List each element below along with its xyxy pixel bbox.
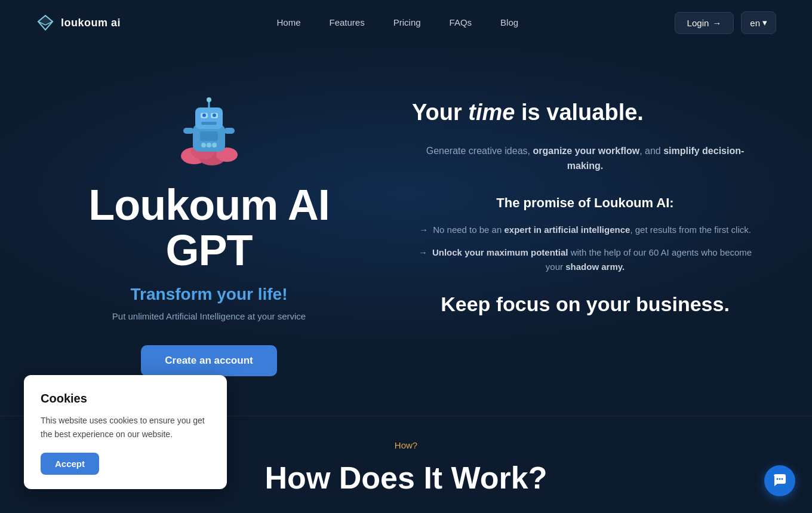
- svg-rect-17: [200, 131, 218, 141]
- nav-features[interactable]: Features: [330, 17, 365, 27]
- chat-icon: [772, 473, 788, 489]
- svg-rect-12: [201, 122, 217, 125]
- promise-list: → No need to be an expert in artificial …: [412, 223, 758, 274]
- cookie-title: Cookies: [41, 392, 210, 406]
- chevron-down-icon: ▾: [762, 17, 767, 28]
- logo-icon: [36, 13, 55, 32]
- svg-point-23: [782, 478, 783, 480]
- svg-point-18: [201, 143, 206, 148]
- login-arrow-icon: →: [712, 18, 721, 28]
- hero-left: Loukoum AI GPT Transform your life! Put …: [54, 81, 364, 376]
- promise-item-1: → No need to be an expert in artificial …: [412, 223, 758, 237]
- language-selector[interactable]: en ▾: [741, 11, 776, 34]
- create-account-button[interactable]: Create an account: [141, 345, 276, 376]
- svg-rect-7: [195, 107, 223, 129]
- hero-right: Your time is valuable. Generate creative…: [412, 81, 758, 317]
- cookie-banner: Cookies This website uses cookies to ens…: [24, 375, 227, 489]
- hero-subtitle: Transform your life!: [131, 285, 288, 304]
- hero-value-title: Your time is valuable.: [412, 99, 758, 127]
- focus-title-text: Keep focus on your business.: [441, 293, 730, 315]
- hero-title: Loukoum AI GPT: [54, 183, 364, 273]
- svg-rect-15: [183, 128, 194, 134]
- promise-item-2: → Unlock your maximum potential with the…: [412, 245, 758, 274]
- mascot-icon: [170, 93, 248, 171]
- svg-point-14: [207, 97, 211, 102]
- nav-links: Home Features Pricing FAQs Blog: [277, 17, 519, 28]
- nav-home[interactable]: Home: [277, 17, 301, 27]
- svg-point-20: [212, 143, 217, 148]
- logo-text: loukoum ai: [61, 17, 121, 29]
- value-title-text: Your time is valuable.: [412, 100, 644, 125]
- svg-point-21: [777, 478, 779, 480]
- hero-tagline: Generate creative ideas, organize your w…: [412, 143, 758, 174]
- focus-title: Keep focus on your business.: [412, 292, 758, 317]
- promise-title: The promise of Loukoum AI:: [412, 195, 758, 211]
- svg-rect-16: [224, 128, 235, 134]
- lang-label: en: [750, 18, 760, 28]
- chat-bubble-button[interactable]: [764, 465, 795, 496]
- svg-point-22: [779, 478, 781, 480]
- cookie-accept-button[interactable]: Accept: [41, 453, 99, 475]
- svg-point-19: [207, 143, 211, 148]
- logo[interactable]: loukoum ai: [36, 13, 121, 32]
- svg-point-11: [213, 113, 216, 117]
- svg-point-10: [202, 113, 206, 117]
- nav-pricing[interactable]: Pricing: [393, 17, 421, 27]
- cookie-text: This website uses cookies to ensure you …: [41, 414, 210, 441]
- nav-blog[interactable]: Blog: [500, 17, 518, 27]
- login-label: Login: [687, 18, 709, 28]
- hero-section: Loukoum AI GPT Transform your life! Put …: [0, 45, 812, 416]
- nav-right: Login → en ▾: [675, 11, 776, 34]
- nav-faqs[interactable]: FAQs: [450, 17, 472, 27]
- navbar: loukoum ai Home Features Pricing FAQs Bl…: [0, 0, 812, 45]
- hero-desc: Put unlimited Artificial Intelligence at…: [112, 310, 306, 324]
- login-button[interactable]: Login →: [675, 12, 734, 34]
